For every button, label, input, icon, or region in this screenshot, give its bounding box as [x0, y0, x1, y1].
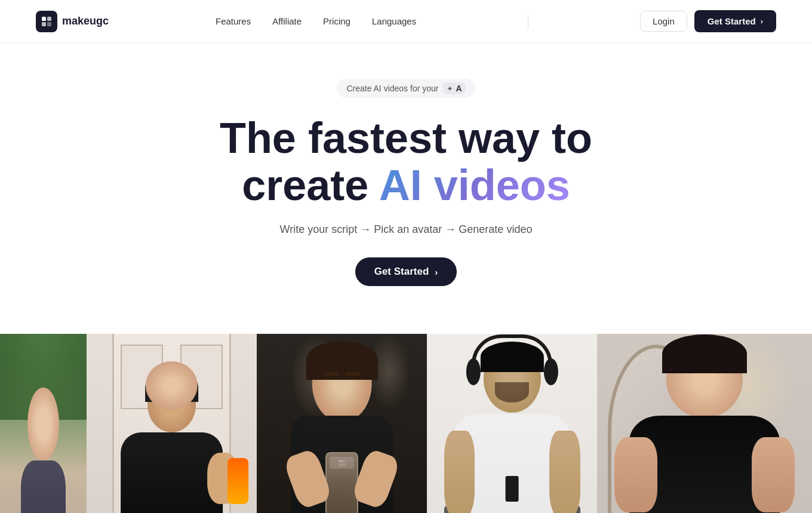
- nav-links: Features Affiliate Pricing Languages: [216, 16, 416, 27]
- nav-item-pricing[interactable]: Pricing: [323, 16, 350, 26]
- hero-title-line2-plain: create: [242, 161, 379, 209]
- nav-actions: Login Get Started ›: [640, 10, 776, 32]
- hero-title-line1: The fastest way to: [220, 114, 592, 162]
- logo-text: makeugc: [62, 15, 109, 27]
- nav-divider: [528, 14, 528, 29]
- nav-item-languages[interactable]: Languages: [372, 16, 416, 26]
- get-started-button-nav[interactable]: Get Started ›: [694, 10, 776, 32]
- chevron-right-icon-hero: ›: [435, 267, 438, 277]
- video-gallery: ABC123: [0, 334, 812, 513]
- login-button[interactable]: Login: [640, 11, 687, 32]
- hero-badge-icon: ✦ A: [443, 82, 465, 94]
- svg-rect-2: [42, 22, 46, 26]
- gallery-item-3: ABC123: [257, 334, 427, 513]
- nav-item-features[interactable]: Features: [216, 16, 251, 26]
- gallery-item-5: [597, 334, 812, 513]
- logo-icon: [36, 11, 57, 32]
- navbar: makeugc Features Affiliate Pricing Langu…: [0, 0, 812, 43]
- gallery-item-4: [427, 334, 597, 513]
- nav-item-affiliate[interactable]: Affiliate: [272, 16, 302, 26]
- svg-rect-1: [47, 17, 51, 21]
- chevron-right-icon: ›: [761, 17, 763, 26]
- gallery-item-1: [0, 334, 87, 513]
- hero-badge-text: Create AI videos for your: [346, 84, 438, 93]
- svg-rect-3: [47, 22, 51, 26]
- svg-rect-0: [42, 17, 46, 21]
- logo-link[interactable]: makeugc: [36, 11, 109, 32]
- hero-title: The fastest way to create AI videos: [220, 115, 592, 209]
- hero-subtitle: Write your script → Pick an avatar → Gen…: [280, 223, 533, 236]
- sparkle-icon: ✦: [447, 84, 453, 93]
- hero-badge: Create AI videos for your ✦ A: [337, 79, 475, 98]
- get-started-button-hero[interactable]: Get Started ›: [355, 257, 457, 286]
- hero-badge-letter: A: [456, 84, 462, 93]
- hero-section: Create AI videos for your ✦ A The fastes…: [0, 43, 812, 310]
- hero-title-gradient: AI videos: [379, 161, 570, 209]
- gallery-item-2: [87, 334, 257, 513]
